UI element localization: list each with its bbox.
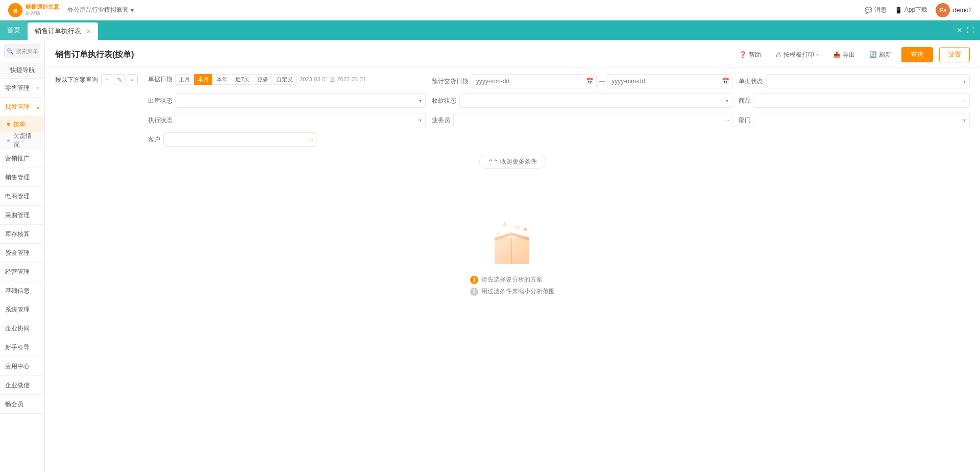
hint-item-1: 1 请先选择要分析的方案 <box>470 275 543 284</box>
nav-group-purchase: 采购管理 <box>0 206 44 225</box>
date-tab-custom[interactable]: 自定义 <box>273 74 297 85</box>
forecast-date-start[interactable] <box>472 74 597 88</box>
tab-expand-btn[interactable]: ⛶ <box>967 26 974 34</box>
doc-status-select-wrap <box>766 74 970 88</box>
salesman-input-wrap: ··· <box>453 113 732 127</box>
nav-item-marketing[interactable]: 营销推广 <box>0 149 44 168</box>
nav-item-wechat[interactable]: 企业微信 <box>0 376 44 394</box>
edit-scheme-btn[interactable]: ✎ <box>114 74 125 85</box>
header-left: 畅 畅捷通好生意 标准版 办公用品行业模拟账套 ▾ <box>8 3 134 17</box>
exec-status-select[interactable] <box>176 113 426 127</box>
add-scheme-btn[interactable]: ＋ <box>101 74 112 85</box>
sidebar-quick-nav[interactable]: 快捷导航 <box>0 62 44 79</box>
date-tab-more[interactable]: 更多 <box>254 74 272 85</box>
recv-status-select[interactable] <box>459 93 732 108</box>
nav-item-system-label: 系统管理 <box>5 305 30 314</box>
nav-item-operations-label: 经营管理 <box>5 268 30 276</box>
nav-item-retail[interactable]: 零售管理 ▾ <box>0 79 44 97</box>
nav-item-enterprise[interactable]: 企业协同 <box>0 319 44 338</box>
forecast-date-end[interactable] <box>607 74 732 88</box>
doc-status-area: 单据状态 <box>739 74 970 88</box>
search-menu-btn[interactable]: 🔍 搜索菜单 <box>4 44 40 58</box>
recv-status-area: 收款状态 <box>432 93 732 108</box>
collapse-more-btn[interactable]: ⌃⌃ 收起更多条件 <box>479 155 546 169</box>
salesman-ellipsis-icon[interactable]: ··· <box>724 117 729 123</box>
user-name: demo2 <box>953 7 972 14</box>
nav-item-purchase[interactable]: 采购管理 <box>0 206 44 224</box>
nav-item-ecommerce[interactable]: 电商管理 <box>0 187 44 205</box>
product-label: 商品 <box>739 97 751 105</box>
breadcrumb[interactable]: 办公用品行业模拟账套 ▾ <box>67 6 134 14</box>
nav-group-ecommerce: 电商管理 <box>0 187 44 206</box>
date-tab-this-month[interactable]: 本月 <box>194 74 212 85</box>
help-icon: ❓ <box>739 51 747 58</box>
nav-group-newbie: 新手引导 <box>0 338 44 357</box>
filter-row-1: 按以下方案查询 ＋ ✎ « 单据日期 上月 本月 本年 近7天 更 <box>55 74 970 88</box>
scheme-actions: ＋ ✎ « <box>101 74 138 85</box>
customer-ellipsis-icon[interactable]: ··· <box>308 136 313 143</box>
svg-point-8 <box>515 225 520 230</box>
empty-icon <box>487 218 538 269</box>
nav-item-wholesale[interactable]: 批发管理 ▴ <box>0 98 44 116</box>
collapse-scheme-btn[interactable]: « <box>127 74 138 85</box>
svg-point-5 <box>524 228 527 231</box>
doc-status-select[interactable] <box>766 74 970 88</box>
dept-select-wrap <box>754 113 970 127</box>
out-status-select-wrap <box>176 93 426 108</box>
scheme-label-text: 按单 <box>13 120 26 129</box>
tab-home[interactable]: 首页 <box>0 20 28 40</box>
nav-child-scheme[interactable]: 按单 <box>0 116 44 132</box>
export-btn[interactable]: 📤 导出 <box>829 49 859 61</box>
out-status-select[interactable] <box>176 93 426 108</box>
date-tab-prev-month[interactable]: 上月 <box>175 74 193 85</box>
empty-hints: 1 请先选择要分析的方案 2 用过滤条件来缩小分析范围 <box>470 275 555 296</box>
collapse-up-icon: ⌃⌃ <box>488 158 498 166</box>
customer-input[interactable] <box>163 132 316 147</box>
salesman-input[interactable] <box>453 113 732 127</box>
salesman-label: 业务员 <box>432 116 450 125</box>
dept-select[interactable] <box>754 113 970 127</box>
tab-close-window-btn[interactable]: ✕ <box>957 26 963 34</box>
recv-status-select-wrap <box>459 93 732 108</box>
debt-label-text: 欠货情况 <box>13 132 37 149</box>
date-tab-7days[interactable]: 近7天 <box>232 74 253 85</box>
print-template-btn[interactable]: 🖨 按模板打印 ▾ <box>771 49 823 61</box>
nav-item-system[interactable]: 系统管理 <box>0 300 44 319</box>
settings-btn[interactable]: 设置 <box>939 47 970 62</box>
message-btn[interactable]: 💬 消息 <box>865 6 887 14</box>
nav-item-finance[interactable]: 资金管理 <box>0 244 44 262</box>
app-download-btn[interactable]: 📱 App下载 <box>895 6 927 14</box>
hint-text-1: 请先选择要分析的方案 <box>481 275 543 284</box>
logo-area[interactable]: 畅 畅捷通好生意 标准版 <box>8 3 59 17</box>
calendar-end-icon[interactable]: 📅 <box>722 78 729 85</box>
refresh-btn[interactable]: 🔄 刷新 <box>865 49 895 61</box>
nav-item-inventory[interactable]: 库存核算 <box>0 225 44 243</box>
nav-item-finance-label: 资金管理 <box>5 249 30 257</box>
nav-item-member[interactable]: 畅会员 <box>0 395 44 413</box>
nav-child-debt[interactable]: 欠货情况 <box>0 132 44 149</box>
nav-item-sales-mgmt[interactable]: 销售管理 <box>0 168 44 186</box>
forecast-date-inputs: 📅 — 📅 <box>472 74 732 88</box>
nav-item-newbie[interactable]: 新手引导 <box>0 338 44 357</box>
tab-sales-order[interactable]: 销售订单执行表 ✕ <box>28 22 98 40</box>
product-area: 商品 ··· <box>739 93 970 108</box>
nav-item-retail-arrow: ▾ <box>37 85 39 91</box>
export-label: 导出 <box>843 51 855 59</box>
nav-item-basic[interactable]: 基础信息 <box>0 281 44 300</box>
nav-item-operations[interactable]: 经营管理 <box>0 263 44 281</box>
query-btn[interactable]: 查询 <box>901 47 933 62</box>
nav-group-operations: 经营管理 <box>0 263 44 281</box>
product-ellipsis-icon[interactable]: ··· <box>962 98 967 104</box>
debt-dot <box>7 139 10 142</box>
product-input[interactable] <box>754 93 970 108</box>
date-tab-this-year[interactable]: 本年 <box>213 74 231 85</box>
refresh-icon: 🔄 <box>869 51 877 58</box>
nav-group-wholesale: 批发管理 ▴ 按单 欠货情况 <box>0 98 44 149</box>
tab-close-icon[interactable]: ✕ <box>86 28 91 35</box>
user-area[interactable]: Ea demo2 <box>936 3 972 17</box>
help-btn[interactable]: ❓ 帮助 <box>735 49 765 61</box>
svg-point-6 <box>497 232 499 234</box>
calendar-start-icon[interactable]: 📅 <box>586 78 594 85</box>
search-icon: 🔍 <box>7 48 14 55</box>
nav-item-appcenter[interactable]: 应用中心 <box>0 357 44 375</box>
